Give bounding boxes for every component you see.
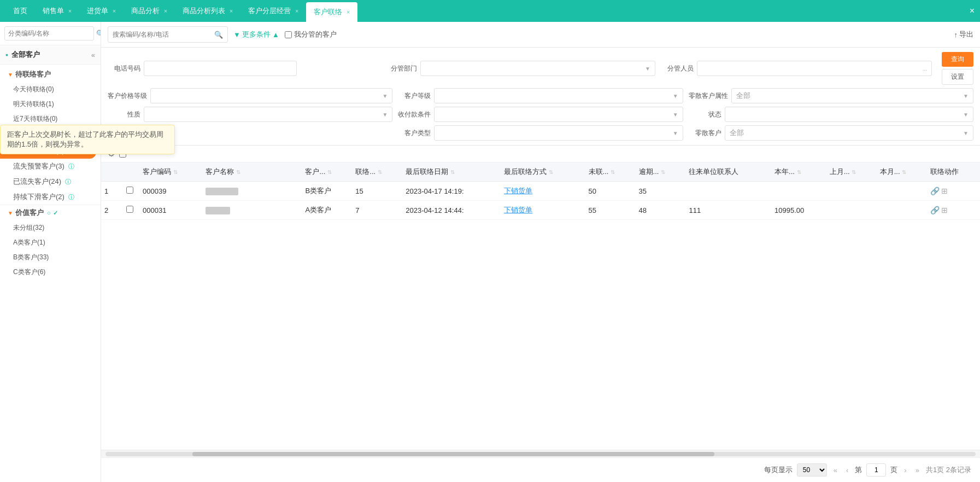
filter-buttons: 查询 设置 [942,52,973,85]
nav-close-goods-analysis[interactable]: × [164,8,167,14]
prev-page-btn[interactable]: ‹ [844,465,850,475]
last-month-sort-icon[interactable]: ⇅ [852,169,856,175]
sidebar-item-a-class[interactable]: A类客户(1) [0,235,101,250]
nav-close-purchase[interactable]: × [113,8,116,14]
blurred-name-1 [206,207,230,214]
pagination-bar: 每页显示 50 20 100 « ‹ 第 页 › » 共1页 2条记录 [101,457,980,482]
level-select[interactable]: ▼ [434,88,683,103]
scroll-thumb[interactable] [192,452,714,456]
info-icon-2: ⓘ [65,178,71,185]
retail-attr-select[interactable]: 全部 ▼ [731,88,973,103]
nav-sales[interactable]: 销售单 × [35,0,79,22]
action-link-icon-0[interactable]: 🔗 [930,187,940,195]
price-level-select[interactable]: ▼ [150,88,392,103]
total-info: 共1页 2条记录 [926,465,971,475]
cell-checkbox-1[interactable] [123,201,139,220]
value-group-title[interactable]: ▼ 价值客户 ○ ✓ [0,205,101,220]
dept-select[interactable]: ▼ [420,61,655,76]
sidebar-item-tomorrow[interactable]: 明天待联络(1) [0,97,101,112]
search-input-wrapper: 🔍 [108,26,228,43]
nav-close-goods-analysis-list[interactable]: × [230,8,233,14]
contact-sort-icon[interactable]: ⇅ [378,169,382,175]
value-group-edit-icon[interactable]: ○ [47,210,51,216]
filter-customer-type-field: 客户类型 ▼ [398,125,683,141]
nav-goods-analysis[interactable]: 商品分析 × [124,0,175,22]
payment-select[interactable]: ▼ [434,107,683,122]
sidebar-item-unclassified[interactable]: 未分组(32) [0,220,101,235]
sidebar-item-today[interactable]: 今天待联络(0) [0,82,101,97]
cell-contact-count-0: 15 [352,182,402,201]
nav-home[interactable]: 首页 [5,0,35,22]
sidebar-item-churned[interactable]: 已流失客户(24) ⓘ [0,174,101,189]
sidebar-search-input[interactable] [4,26,94,40]
cell-last-method-0[interactable]: 下销货单 [501,182,585,201]
settings-button[interactable]: 设置 [942,69,973,85]
nav-close-customer-tier[interactable]: × [295,8,298,14]
sidebar-item-churn-warning[interactable]: 流失预警客户(3) ⓘ [0,159,101,174]
sidebar-item-c-class[interactable]: C类客户(6) [0,265,101,280]
cell-name-1 [202,201,302,220]
window-close-button[interactable]: × [970,6,975,16]
row-checkbox-0[interactable] [126,187,133,194]
nav-goods-analysis-list[interactable]: 商品分析列表 × [175,0,240,22]
action-link-icon-1[interactable]: 🔗 [930,206,940,214]
unread-sort-icon[interactable]: ⇅ [611,169,615,175]
collapse-icon[interactable]: « [91,51,95,59]
year-sort-icon[interactable]: ⇅ [797,169,801,175]
table-area: ⚙ 客户编码 ⇅ 客户名称 [101,146,980,482]
action-grid-icon-1[interactable]: ⊞ [941,206,948,214]
nav-purchase[interactable]: 进货单 × [79,0,124,22]
sidebar-item-7days[interactable]: 近7天待联络(0) [0,112,101,126]
cell-last-date-0: 2023-04-17 14:19: [402,182,501,201]
category-sort-icon[interactable]: ⇅ [327,169,332,175]
more-conditions-btn[interactable]: ▼ 更多条件 ▲ [233,30,279,39]
code-sort-icon[interactable]: ⇅ [173,169,178,175]
horizontal-scrollbar[interactable] [101,450,980,457]
cell-last-month-1 [826,201,877,220]
this-month-sort-icon[interactable]: ⇅ [902,169,906,175]
export-button[interactable]: ↑ 导出 [954,30,974,39]
customers-icon: ▪ [5,50,8,59]
sidebar-item-b-class[interactable]: B类客户(33) [0,250,101,265]
overdue-sort-icon[interactable]: ⇅ [661,169,665,175]
per-page-select[interactable]: 50 20 100 [797,463,827,477]
nav-close-customer-contact[interactable]: × [347,9,350,15]
filter-status-field: 状态 ▼ [689,107,973,122]
nav-close-sales[interactable]: × [68,8,72,14]
person-select[interactable]: ... [697,61,932,76]
gender-select[interactable]: ▼ [144,107,392,122]
row-checkbox-1[interactable] [126,206,133,213]
cell-checkbox-0[interactable] [123,182,139,201]
filter-retail-attr-field: 零散客户属性 全部 ▼ [689,88,973,103]
retail-caret-icon: ▼ [963,130,969,136]
method-sort-icon[interactable]: ⇅ [549,169,553,175]
value-tri-icon: ▼ [8,210,13,216]
col-contact-count: 联络... ⇅ [352,162,402,182]
sidebar-search-icon[interactable]: 🔍 [96,30,101,38]
status-select[interactable]: ▼ [725,107,973,122]
customer-type-select[interactable]: ▼ [434,125,683,141]
search-input[interactable] [113,31,214,38]
phone-input[interactable] [144,61,297,76]
pending-group-title[interactable]: ▼ 待联络客户 [0,67,101,82]
name-sort-icon[interactable]: ⇅ [236,169,240,175]
first-page-btn[interactable]: « [831,465,840,475]
cell-this-month-1 [877,201,927,220]
search-icon[interactable]: 🔍 [214,31,223,39]
cell-last-method-1[interactable]: 下销货单 [501,201,585,220]
person-label: 分管人员 [661,64,694,73]
retail-attr-caret-icon: ▼ [963,93,969,99]
action-grid-icon-0[interactable]: ⊞ [941,187,948,195]
query-button[interactable]: 查询 [942,52,973,67]
sidebar-item-declining[interactable]: 持续下滑客户(2) ⓘ [0,189,101,205]
nav-customer-tier[interactable]: 客户分层经营 × [240,0,306,22]
last-page-btn[interactable]: » [913,465,922,475]
next-page-btn[interactable]: › [902,465,908,475]
nav-customer-contact[interactable]: 客户联络 × [306,2,357,22]
retail-customer-select[interactable]: 全部 ▼ [725,125,973,141]
date-sort-icon[interactable]: ⇅ [450,169,455,175]
page-input[interactable] [866,463,886,477]
my-customer-checkbox[interactable] [285,31,292,38]
content-area: 🔍 ▼ 更多条件 ▲ 我分管的客户 ↑ 导出 电话号码 [101,22,980,482]
value-group-check-icon[interactable]: ✓ [53,210,58,217]
